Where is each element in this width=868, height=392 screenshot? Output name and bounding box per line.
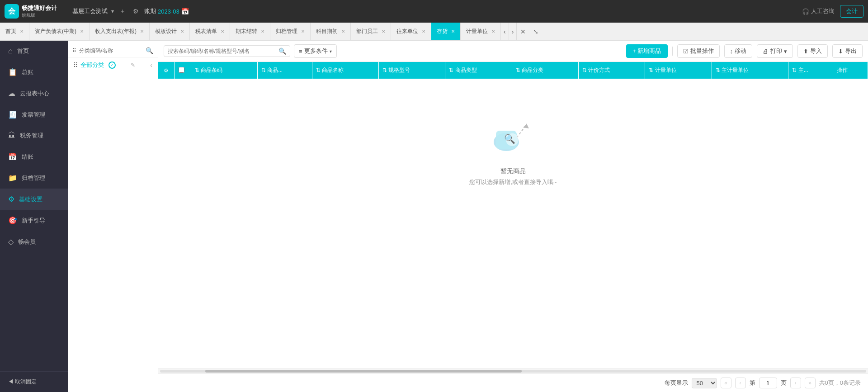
tab-close-all-icon[interactable]: ✕ [517,23,529,41]
page-last-button[interactable]: » [805,378,816,388]
sidebar-item-archive[interactable]: 📁 归档管理 [0,167,68,189]
period-display: 账期 2023-03 📅 [144,7,189,15]
page-prev-button[interactable]: ‹ [735,378,746,388]
service-label: 人工咨询 [811,7,835,15]
tab-资产负债表[interactable]: 资产负债表(中期) ✕ [29,23,90,41]
col-type[interactable]: ⇅ 商品类型 [445,62,512,79]
category-all[interactable]: ⠿ 全部分类 ✓ ✎ ‹ [68,57,158,73]
tab-计量单位[interactable]: 计量单位 ✕ [461,23,501,41]
batch-button[interactable]: ☑ 批量操作 [677,44,720,58]
empty-state: 🔍 暂无商品 您可以选择新增,或者直接导入哦~ [158,79,868,213]
col-category[interactable]: ⇅ 商品分类 [512,62,578,79]
settings-workspace-icon[interactable]: ⚙ [131,6,141,17]
tab-模版设计[interactable]: 模版设计 ✕ [150,23,190,41]
workspace-name[interactable]: 基层工会测试 [72,7,108,15]
tab-归档管理[interactable]: 归档管理 ✕ [270,23,311,41]
account-button[interactable]: 会计 [840,5,863,18]
add-product-button[interactable]: + 新增商品 [626,44,667,58]
unpin-button[interactable]: ◀ 取消固定 [0,371,68,392]
tab-首页[interactable]: 首页 ✕ [0,23,29,41]
import-button[interactable]: ⬆ 导入 [797,44,828,58]
sidebar-item-member[interactable]: ◇ 畅会员 [0,231,68,252]
category-label: 全部分类 [80,61,104,69]
tab-往来单位[interactable]: 往来单位 ✕ [391,23,431,41]
page-next-button[interactable]: › [790,378,801,388]
tab-close-icon[interactable]: ✕ [221,29,224,34]
tab-存货[interactable]: 存货 ✕ [431,23,461,41]
col-main-abbr[interactable]: ⇅ 主... [788,62,833,79]
tab-scroll-left-icon[interactable]: ‹ [501,23,509,41]
print-label: 打印 [770,47,782,55]
sidebar-item-home[interactable]: ⌂ 首页 [0,41,68,61]
tab-close-icon[interactable]: ✕ [180,29,184,34]
category-search-input[interactable] [79,47,143,54]
sidebar-item-checkout[interactable]: 📅 结账 [0,146,68,167]
filter-button[interactable]: ≡ 更多条件 ▾ [294,44,337,58]
tab-close-icon[interactable]: ✕ [451,29,455,34]
calendar-icon[interactable]: 📅 [181,8,189,15]
col-unit[interactable]: ⇅ 计量单位 [645,62,712,79]
col-main-unit[interactable]: ⇅ 主计量单位 [712,62,788,79]
tab-expand-icon[interactable]: ⤡ [529,23,542,41]
print-button[interactable]: 🖨 打印 ▾ [757,44,793,58]
scrollbar-track [160,370,866,373]
table-scrollbar[interactable] [158,368,868,373]
tab-close-icon[interactable]: ✕ [341,29,345,34]
category-dot-icon: ✓ [108,61,116,69]
category-collapse-icon[interactable]: ‹ [150,61,152,69]
workspace-dropdown-icon[interactable]: ▾ [111,8,114,14]
col-check[interactable] [175,62,191,79]
search-input[interactable] [168,48,276,54]
tab-收入支出表[interactable]: 收入支出表(年报) ✕ [90,23,150,41]
col-code[interactable]: ⇅ 商品... [257,62,312,79]
sidebar-item-label: 总账 [22,68,33,76]
sidebar-item-settings[interactable]: ⚙ 基础设置 [0,189,68,210]
empty-title: 暂无商品 [500,167,526,175]
sidebar-item-ledger[interactable]: 📋 总账 [0,61,68,83]
sidebar-item-reports[interactable]: ☁ 云报表中心 [0,83,68,104]
category-grid-icon[interactable]: ⠿ [72,47,76,54]
col-price-method[interactable]: ⇅ 计价方式 [578,62,645,79]
sidebar: ⌂ 首页 📋 总账 ☁ 云报表中心 🧾 发票管理 🏛 税务管理 📅 结账 📁 归… [0,41,68,392]
per-page-select[interactable]: 50 10 20 100 [692,378,717,388]
tab-科目期初[interactable]: 科目期初 ✕ [311,23,351,41]
tab-close-icon[interactable]: ✕ [20,29,24,34]
page-total-info: 共0页，0条记录 [819,379,861,387]
tab-部门员工[interactable]: 部门员工 ✕ [351,23,391,41]
sidebar-item-invoice[interactable]: 🧾 发票管理 [0,104,68,125]
scrollbar-thumb[interactable] [205,370,522,373]
tab-close-icon[interactable]: ✕ [382,29,385,34]
tab-close-icon[interactable]: ✕ [140,29,144,34]
export-button[interactable]: ⬇ 导出 [832,44,863,58]
invoice-icon: 🧾 [8,110,17,119]
col-gear[interactable]: ⚙ [158,62,175,79]
tab-期末结转[interactable]: 期末结转 ✕ [230,23,270,41]
tab-close-icon[interactable]: ✕ [261,29,264,34]
filter-label: 更多条件 [304,47,328,55]
sidebar-item-tax[interactable]: 🏛 税务管理 [0,125,68,146]
logo-sub: 旗舰版 [22,12,57,19]
tab-close-icon[interactable]: ✕ [422,29,425,34]
logo-text: 畅捷通好会计 旗舰版 [22,4,57,19]
page-input[interactable] [759,378,777,388]
col-name[interactable]: ⇅ 商品名称 [312,62,378,79]
select-all-checkbox[interactable] [179,67,184,73]
col-barcode[interactable]: ⇅ 商品条码 [191,62,257,79]
category-edit-icon[interactable]: ✎ [131,62,135,68]
sidebar-item-guide[interactable]: 🎯 新手引导 [0,210,68,231]
tab-scroll-right-icon[interactable]: › [509,23,517,41]
tab-税表清单[interactable]: 税表清单 ✕ [190,23,230,41]
tab-close-icon[interactable]: ✕ [80,29,84,34]
sidebar-item-label: 首页 [17,47,29,55]
page-first-button[interactable]: « [721,378,731,388]
move-button[interactable]: ↕ 移动 [724,44,753,58]
category-search-icon[interactable]: 🔍 [146,47,153,54]
service-button[interactable]: 🎧 人工咨询 [802,7,835,15]
tab-close-icon[interactable]: ✕ [301,29,305,34]
search-icon[interactable]: 🔍 [278,47,286,55]
col-spec[interactable]: ⇅ 规格型号 [379,62,445,79]
tab-label: 税表清单 [195,28,217,35]
page-end-label: 页 [781,379,787,387]
tab-close-icon[interactable]: ✕ [491,29,495,34]
add-workspace-icon[interactable]: ＋ [118,5,127,17]
